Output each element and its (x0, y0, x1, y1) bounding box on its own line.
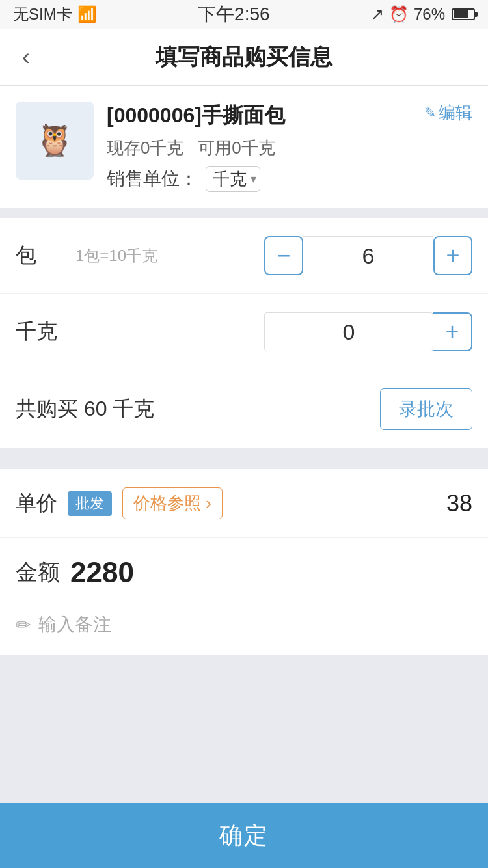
product-stock: 现存0千克 可用0千克 (107, 137, 472, 159)
status-left: 无SIM卡 📶 (13, 4, 97, 25)
wifi-icon: 📶 (77, 5, 97, 23)
divider-2 (0, 448, 488, 459)
product-section: 🦉 [0000006]手撕面包 现存0千克 可用0千克 销售单位： 千克 ✎ 编… (0, 86, 488, 208)
amount-section: 金额 2280 ✏ 输入备注 (0, 538, 488, 655)
kg-increment-button[interactable]: + (433, 312, 472, 351)
batch-button[interactable]: 录批次 (380, 388, 472, 430)
edit-icon: ✎ (424, 105, 436, 122)
nav-bar: ‹ 填写商品购买信息 (0, 29, 488, 86)
product-name: [0000006]手撕面包 (107, 102, 472, 130)
product-info: [0000006]手撕面包 现存0千克 可用0千克 销售单位： 千克 (107, 102, 472, 192)
total-row: 共购买 60 千克 录批次 (0, 370, 488, 448)
back-button[interactable]: ‹ (16, 37, 36, 77)
input-section: 包 1包=10千克 − + 千克 + (0, 218, 488, 370)
battery-icon (452, 8, 475, 20)
status-bar: 无SIM卡 📶 下午2:56 ↗ ⏰ 76% (0, 0, 488, 29)
remark-pencil-icon: ✏ (16, 614, 31, 636)
price-value: 38 (446, 490, 472, 517)
product-image: 🦉 (16, 102, 94, 180)
product-logo-icon: 🦉 (35, 122, 74, 159)
price-row: 单价 批发 价格参照 › 38 (16, 487, 472, 519)
alarm-icon: ⏰ (389, 5, 409, 23)
package-sublabel: 1包=10千克 (75, 245, 264, 266)
package-increment-button[interactable]: + (433, 236, 472, 275)
confirm-button[interactable]: 确定 (0, 803, 488, 868)
edit-label: 编辑 (439, 102, 472, 124)
divider-1 (0, 208, 488, 218)
price-section: 单价 批发 价格参照 › 38 (0, 469, 488, 538)
package-row: 包 1包=10千克 − + (0, 218, 488, 294)
status-right: ↗ ⏰ 76% (371, 5, 475, 23)
remark-placeholder: 输入备注 (38, 612, 111, 637)
status-time: 下午2:56 (198, 2, 270, 27)
total-label: 共购买 60 千克 (16, 395, 380, 424)
package-input[interactable] (303, 236, 433, 275)
amount-label: 金额 (16, 558, 60, 588)
remark-row[interactable]: ✏ 输入备注 (16, 602, 472, 655)
kg-row: 千克 + (0, 294, 488, 370)
stock-available: 可用0千克 (198, 138, 275, 157)
package-stepper: − + (264, 236, 472, 275)
package-label: 包 (16, 241, 68, 270)
battery-percentage: 76% (414, 5, 445, 23)
price-label: 单价 (16, 489, 57, 518)
unit-label: 销售单位： (107, 167, 198, 191)
unit-select-wrapper[interactable]: 千克 (206, 166, 260, 192)
location-icon: ↗ (371, 5, 384, 23)
unit-select[interactable]: 千克 (206, 166, 260, 192)
page-title: 填写商品购买信息 (156, 42, 332, 72)
amount-row: 金额 2280 (16, 556, 472, 589)
carrier-label: 无SIM卡 (13, 4, 72, 25)
kg-stepper: + (264, 312, 472, 351)
product-unit-row: 销售单位： 千克 (107, 166, 472, 192)
stock-current: 现存0千克 (107, 138, 183, 157)
price-tag: 批发 (68, 491, 112, 516)
price-ref-button[interactable]: 价格参照 › (122, 487, 223, 519)
kg-label: 千克 (16, 318, 68, 346)
amount-value: 2280 (70, 556, 134, 589)
package-decrement-button[interactable]: − (264, 236, 303, 275)
edit-link[interactable]: ✎ 编辑 (424, 102, 472, 124)
kg-input[interactable] (264, 312, 433, 351)
